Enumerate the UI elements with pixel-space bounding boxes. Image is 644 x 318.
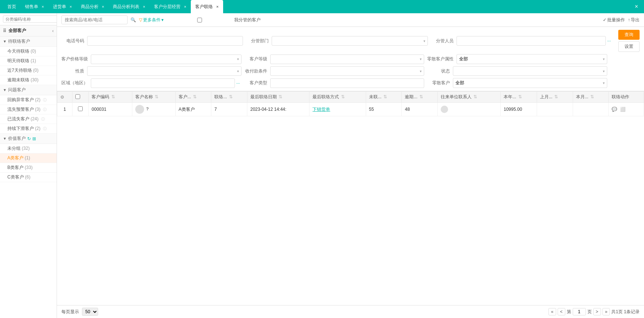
sidebar-item-ungroup[interactable]: 未分组 (32) <box>0 144 57 153</box>
row-overdue: 48 <box>402 103 438 116</box>
my-customers-check[interactable] <box>167 18 233 22</box>
dept-select[interactable]: ▾ <box>272 36 427 46</box>
avatar <box>135 105 144 114</box>
nav-tab-analysis-list[interactable]: 商品分析列表 × <box>108 0 150 13</box>
sidebar-item-declining[interactable]: 持续下滑客户 (2) ⓘ <box>0 124 57 134</box>
close-analysis-list-tab[interactable]: × <box>143 4 145 9</box>
payment-select[interactable]: ▾ <box>270 66 425 76</box>
sidebar-item-churned[interactable]: 已流失客户 (24) ⓘ <box>0 114 57 124</box>
setting-button[interactable]: 设置 <box>618 41 640 52</box>
region-input[interactable] <box>91 78 235 88</box>
status-select[interactable]: ▾ <box>453 66 607 76</box>
close-sales-tab[interactable]: × <box>42 4 44 9</box>
chat-action-btn[interactable]: 💬 <box>612 107 617 112</box>
gear-icon[interactable]: ⚙ <box>60 95 64 100</box>
th-contact-person[interactable]: 往来单位联系人 ⇅ <box>438 92 501 103</box>
sidebar-group-problem[interactable]: ▼ 问题客户 <box>0 85 57 95</box>
region-dots-btn[interactable]: ··· <box>235 81 242 86</box>
close-segment-tab[interactable]: × <box>184 4 186 9</box>
retail-select[interactable]: 全部 ▾ <box>453 78 607 88</box>
th-checkbox[interactable] <box>72 92 89 103</box>
sidebar-item-today[interactable]: 今天待联络 (0) <box>0 47 57 56</box>
th-this-year[interactable]: 本年... ⇅ <box>501 92 537 103</box>
data-table: ⚙ 客户编码 ⇅ 客户名称 ⇅ 客户... ⇅ 联络... ⇅ 最后联络日期 ⇅… <box>57 91 644 116</box>
th-not-contact[interactable]: 未联... ⇅ <box>366 92 402 103</box>
table-footer: 每页显示 50 « < 第 页 > » 共1页 1条记录 <box>57 305 644 318</box>
export-btn[interactable]: ↑ 导出 <box>628 17 640 23</box>
sidebar-item-c-customers[interactable]: C类客户 (6) <box>0 173 57 182</box>
retail-attr-select[interactable]: 全部 ▾ <box>457 54 607 64</box>
search-input[interactable] <box>61 15 128 24</box>
last-method-link[interactable]: 下销货单 <box>312 107 330 112</box>
sidebar-item-7days[interactable]: 近7天待联络 (0) <box>0 66 57 75</box>
manager-dots-btn[interactable]: ··· <box>606 38 612 43</box>
customer-level-select[interactable]: ▾ <box>270 54 425 64</box>
th-contact[interactable]: 联络... ⇅ <box>211 92 247 103</box>
batch-ops-btn[interactable]: ✓ 批量操作 <box>603 17 625 23</box>
th-last-date[interactable]: 最后联络日期 ⇅ <box>247 92 309 103</box>
sidebar-all-customers-header[interactable]: ⠿ 全部客户 ‹ <box>0 25 57 36</box>
page-size-select[interactable]: 50 <box>82 308 98 316</box>
prev-page-btn[interactable]: < <box>558 308 565 315</box>
row-checkbox[interactable] <box>78 106 83 111</box>
th-name[interactable]: 客户名称 ⇅ <box>132 92 175 103</box>
info-icon-1: ⓘ <box>43 98 47 102</box>
row-number: 1 <box>57 103 72 116</box>
customer-type-input[interactable] <box>270 78 425 88</box>
nav-tab-sales[interactable]: 销售单 × <box>21 0 49 13</box>
th-overdue[interactable]: 逾期... ⇅ <box>402 92 438 103</box>
price-level-select[interactable]: ▾ <box>91 54 242 64</box>
th-type[interactable]: 客户... ⇅ <box>175 92 211 103</box>
th-last-month[interactable]: 上月... ⇅ <box>537 92 573 103</box>
sidebar-collapse-btn[interactable]: ‹ <box>52 28 54 33</box>
last-page-btn[interactable]: » <box>602 308 610 315</box>
sidebar-item-tomorrow[interactable]: 明天待联络 (1) <box>0 56 57 66</box>
first-page-btn[interactable]: « <box>548 308 556 315</box>
sidebar-item-repurchase-abnormal[interactable]: 回购异常客户 (2) ⓘ <box>0 95 57 105</box>
retail-attr-label: 零散客户属性 <box>427 56 457 62</box>
filter-cell-price-level: 客户价格等级 ▾ <box>61 54 242 64</box>
sidebar-group-value[interactable]: ▼ 价值客户 ↻ ⊞ <box>0 134 57 144</box>
sort-icon-person: ⇅ <box>473 94 477 99</box>
th-code[interactable]: 客户编码 ⇅ <box>89 92 132 103</box>
nav-tab-purchase[interactable]: 进货单 × <box>49 0 76 13</box>
query-button[interactable]: 查询 <box>618 30 640 40</box>
close-all-tabs[interactable]: × <box>632 3 641 10</box>
manager-input[interactable] <box>457 36 606 46</box>
filter-cell-nature: 性质 ▾ <box>61 66 242 76</box>
sort-icon-not-contact: ⇅ <box>383 94 387 99</box>
th-last-method[interactable]: 最后联络方式 ⇅ <box>310 92 366 103</box>
nav-home[interactable]: 首页 <box>3 0 21 13</box>
sidebar-item-overdue[interactable]: 逾期未联络 (30) <box>0 75 57 85</box>
info-icon-4: ⓘ <box>43 127 47 131</box>
row-not-contact: 55 <box>366 103 402 116</box>
close-contact-tab[interactable]: × <box>216 4 218 9</box>
select-all-checkbox[interactable] <box>75 94 80 99</box>
more-action-btn[interactable]: ⬜ <box>620 107 626 112</box>
row-checkbox-cell[interactable] <box>72 103 89 116</box>
th-this-month[interactable]: 本月... ⇅ <box>573 92 609 103</box>
next-page-btn[interactable]: > <box>593 308 601 315</box>
sidebar-item-b-customers[interactable]: B类客户 (33) <box>0 163 57 173</box>
row-type: A类客户 <box>175 103 211 116</box>
refresh-icon[interactable]: ↻ <box>27 136 31 141</box>
filter-cell-customer-type: 客户类型 <box>244 78 425 88</box>
sidebar-item-a-customers[interactable]: A类客户 (1) <box>0 153 57 163</box>
close-purchase-tab[interactable]: × <box>69 4 72 9</box>
nav-tab-customer-segment[interactable]: 客户分层经营 × <box>150 0 191 13</box>
sidebar-search-input[interactable] <box>3 15 57 23</box>
phone-input[interactable] <box>87 36 243 46</box>
nav-tab-customer-contact[interactable]: 客户联络 × <box>191 0 223 13</box>
settings-value-icon[interactable]: ⊞ <box>32 136 36 141</box>
filter-search-icon[interactable]: 🔍 <box>130 17 136 22</box>
my-customers-checkbox[interactable]: 我分管的客户 <box>167 17 261 23</box>
th-gear[interactable]: ⚙ <box>57 92 72 103</box>
nature-select[interactable]: ▾ <box>87 66 242 76</box>
more-filters-btn[interactable]: ▽ 更多条件 ▾ <box>139 17 164 23</box>
sidebar-item-churn-warning[interactable]: 流失预警客户 (3) ⓘ <box>0 105 57 114</box>
nav-tab-analysis[interactable]: 商品分析 × <box>76 0 109 13</box>
sidebar-group-pending[interactable]: ▼ 待联络客户 <box>0 36 57 47</box>
close-analysis-tab[interactable]: × <box>102 4 104 9</box>
row-last-method[interactable]: 下销货单 <box>310 103 366 116</box>
page-number-input[interactable] <box>573 308 586 315</box>
